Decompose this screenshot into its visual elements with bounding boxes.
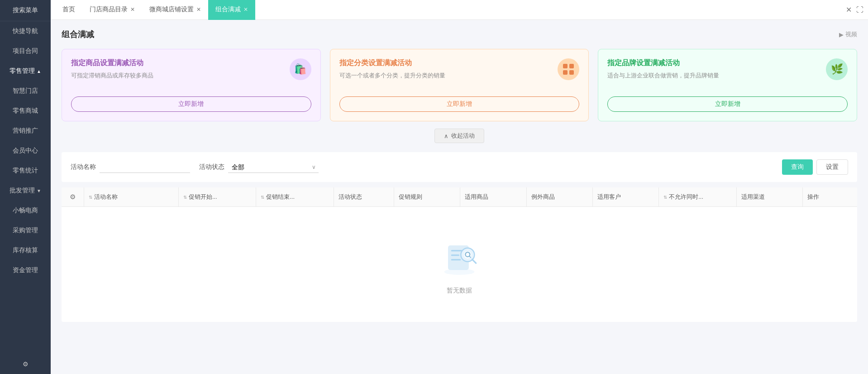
sidebar-item-retailmall[interactable]: 零售商城	[0, 101, 51, 121]
th-applicable-channel: 适用渠道	[737, 187, 803, 206]
tab-home[interactable]: 首页	[55, 0, 82, 20]
filter-actions: 查询 设置	[782, 159, 848, 175]
sidebar-item-label: 采购管理	[13, 226, 38, 235]
empty-state-icon	[437, 234, 482, 279]
th-exception-goods: 例外商品	[527, 187, 593, 206]
sidebar-item-marketing[interactable]: 营销推广	[0, 121, 51, 141]
sidebar-item-ecommerce[interactable]: 小畅电商	[0, 201, 51, 221]
card-brand-icon: 🌿	[826, 58, 848, 80]
sidebar-item-quicknav[interactable]: 快捷导航	[0, 21, 51, 41]
tab-product-catalog[interactable]: 门店商品目录 ✕	[82, 0, 142, 20]
close-window-icon[interactable]: ✕	[846, 5, 852, 14]
card-category-desc: 可选一个或者多个分类，提升分类的销量	[339, 72, 580, 80]
card-category-add-button[interactable]: 立即新增	[339, 96, 580, 112]
card-product-icon: 🛍️	[290, 58, 311, 80]
sidebar-item-members[interactable]: 会员中心	[0, 141, 51, 161]
sidebar-settings-button[interactable]: ⚙	[0, 354, 51, 374]
tab-label: 首页	[62, 5, 75, 14]
card-brand-add-button[interactable]: 立即新增	[607, 96, 848, 112]
th-promo-rule: 促销规则	[394, 187, 460, 206]
th-label: 适用渠道	[741, 193, 765, 201]
sidebar-item-inventory[interactable]: 库存核算	[0, 240, 51, 260]
settings-button[interactable]: 设置	[816, 159, 848, 175]
th-promo-start: ⇅ 促销开始...	[179, 187, 256, 206]
play-icon: ▶	[839, 31, 844, 38]
empty-state: 暂无数据	[62, 207, 857, 322]
filter-name-input[interactable]	[100, 162, 190, 173]
filter-status-field: 活动状态 全部 进行中 已结束 未开始 ∨	[199, 162, 319, 173]
th-applicable-customer: 适用客户	[593, 187, 659, 206]
th-label: 活动状态	[339, 193, 362, 201]
cards-row: 指定商品设置满减活动 🛍️ 可指定滞销商品或库存较多商品 立即新增 指定分类设置…	[62, 49, 857, 121]
th-gear[interactable]: ⚙	[62, 187, 84, 206]
th-label: 适用客户	[597, 193, 621, 201]
maximize-icon[interactable]: ⛶	[856, 6, 863, 14]
svg-rect-1	[569, 64, 574, 68]
page-title: 组合满减	[62, 29, 94, 40]
sidebar-item-label: 零售管理	[10, 67, 35, 75]
close-icon[interactable]: ✕	[130, 6, 135, 13]
close-icon[interactable]: ✕	[243, 6, 248, 13]
query-button[interactable]: 查询	[782, 159, 813, 175]
chevron-up-icon: ∧	[444, 133, 448, 139]
svg-rect-3	[569, 70, 574, 75]
th-no-concurrent: ⇅ 不允许同时...	[659, 187, 736, 206]
video-link[interactable]: ▶ 视频	[839, 30, 857, 38]
sidebar-item-label: 零售统计	[13, 167, 38, 175]
th-operations: 操作	[803, 187, 857, 206]
sidebar-item-label: 小畅电商	[13, 206, 38, 215]
chevron-up-icon: ▲	[37, 69, 41, 74]
collapse-activities-button[interactable]: ∧ 收起活动	[434, 129, 484, 143]
th-activity-name: ⇅ 活动名称	[84, 187, 179, 206]
card-product-add-button[interactable]: 立即新增	[71, 96, 311, 112]
sidebar-search[interactable]: 搜索菜单	[0, 0, 51, 21]
sidebar-item-label: 批发管理	[10, 187, 35, 195]
sort-icon[interactable]: ⇅	[183, 195, 187, 200]
th-activity-status: 活动状态	[334, 187, 395, 206]
sort-icon[interactable]: ⇅	[663, 195, 667, 200]
tab-label: 门店商品目录	[90, 5, 128, 14]
card-category-icon	[558, 58, 579, 80]
sort-icon[interactable]: ⇅	[261, 195, 264, 200]
video-label: 视频	[845, 30, 857, 38]
card-brand-title: 指定品牌设置满减活动	[607, 58, 848, 68]
th-promo-end: ⇅ 促销结束...	[256, 187, 334, 206]
sidebar-item-finance[interactable]: 资金管理	[0, 260, 51, 280]
tab-combo-discount[interactable]: 组合满减 ✕	[208, 0, 255, 20]
filter-name-field: 活动名称	[71, 162, 190, 173]
table-container: ⚙ ⇅ 活动名称 ⇅ 促销开始... ⇅ 促销结束... 活动状态	[62, 187, 857, 322]
filter-status-label: 活动状态	[199, 163, 224, 171]
tab-label: 微商城店铺设置	[149, 5, 194, 14]
sidebar-item-contract[interactable]: 项目合同	[0, 41, 51, 61]
sidebar-item-wholesale[interactable]: 批发管理 ▼	[0, 181, 51, 201]
tab-bar-actions: ✕ ⛶	[846, 5, 863, 14]
tab-label: 组合满减	[215, 5, 241, 14]
th-label: 适用商品	[465, 193, 488, 201]
sidebar-item-smartshop[interactable]: 智慧门店	[0, 81, 51, 101]
gear-icon: ⚙	[23, 360, 29, 368]
close-icon[interactable]: ✕	[196, 6, 201, 13]
tab-shop-settings[interactable]: 微商城店铺设置 ✕	[142, 0, 208, 20]
sidebar-item-label: 快捷导航	[13, 27, 38, 35]
card-product-desc: 可指定滞销商品或库存较多商品	[71, 72, 311, 80]
gear-icon: ⚙	[70, 193, 76, 201]
sidebar-item-label: 营销推广	[13, 127, 38, 135]
th-label: 活动名称	[94, 193, 118, 201]
svg-rect-0	[563, 64, 568, 68]
sidebar-item-label: 会员中心	[13, 147, 38, 155]
main-container: 首页 门店商品目录 ✕ 微商城店铺设置 ✕ 组合满减 ✕ ✕ ⛶ 组合满减 ▶ …	[51, 0, 868, 374]
content-area: 组合满减 ▶ 视频 指定商品设置满减活动 🛍️ 可指定滞销商品或库存较多商品 立…	[51, 20, 868, 374]
collapse-label: 收起活动	[451, 132, 475, 140]
th-label: 促销规则	[399, 193, 422, 201]
card-brand: 指定品牌设置满减活动 🌿 适合与上游企业联合做营销，提升品牌销量 立即新增	[598, 49, 857, 121]
sidebar-item-retail[interactable]: 零售管理 ▲	[0, 61, 51, 81]
sidebar-item-label: 项目合同	[13, 47, 38, 55]
svg-rect-6	[451, 250, 463, 251]
th-label: 促销结束...	[266, 193, 295, 201]
sidebar-item-purchase[interactable]: 采购管理	[0, 221, 51, 240]
sidebar: 搜索菜单 快捷导航 项目合同 零售管理 ▲ 智慧门店 零售商城 营销推广 会员中…	[0, 0, 51, 374]
sort-icon[interactable]: ⇅	[89, 195, 92, 200]
sidebar-item-retailstats[interactable]: 零售统计	[0, 161, 51, 181]
filter-status-select[interactable]: 全部 进行中 已结束 未开始	[228, 162, 319, 173]
sidebar-item-label: 智慧门店	[13, 87, 38, 95]
